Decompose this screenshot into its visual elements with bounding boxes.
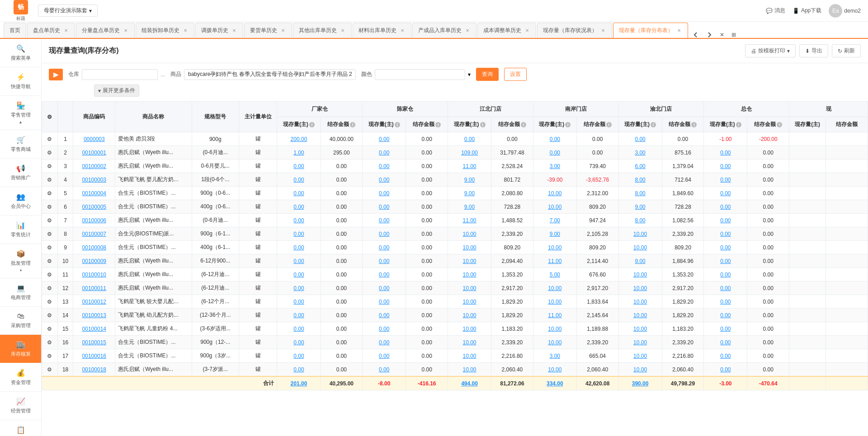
total-total-qty[interactable]: -3.00 [704, 376, 747, 390]
row-nanan-qty[interactable]: 5.00 [533, 268, 576, 281]
tab-close-icon[interactable]: ✕ [280, 28, 286, 34]
row-factory-qty[interactable]: 0.00 [277, 173, 321, 187]
row-chengjia-qty[interactable]: 0.00 [363, 173, 406, 187]
row-chengjia-qty[interactable]: 0.00 [363, 281, 406, 295]
row-nanan-qty[interactable]: 11.00 [533, 309, 576, 322]
row-yubeibei-qty[interactable]: 10.00 [618, 295, 662, 309]
row-code[interactable]: 0000003 [73, 132, 115, 146]
row-jiangbei-qty[interactable]: 0.00 [448, 132, 491, 146]
row-factory-qty[interactable]: 0.00 [277, 336, 321, 349]
row-chengjia-qty[interactable]: 0.00 [363, 309, 406, 322]
row-chengjia-qty[interactable]: 0.00 [363, 227, 406, 241]
expand-conditions-btn[interactable]: ▾ 展开更多条件 [94, 84, 139, 97]
row-yubeibei-qty[interactable]: 10.00 [618, 363, 662, 377]
info-icon[interactable]: i [521, 122, 526, 127]
row-code[interactable]: 00100015 [73, 336, 115, 349]
user-profile[interactable]: Ea demo2 [829, 4, 861, 18]
sidebar-item-operations[interactable]: 📈 经营管理 [0, 392, 41, 420]
row-jiangbei-qty[interactable]: 10.00 [448, 254, 491, 268]
row-jiangbei-qty[interactable]: 10.00 [448, 309, 491, 322]
row-gear[interactable]: ⚙ [42, 227, 58, 241]
row-chengjia-qty[interactable]: 0.00 [363, 254, 406, 268]
row-code[interactable]: 00100013 [73, 309, 115, 322]
tab-nav-next[interactable] [703, 32, 716, 38]
row-chengjia-qty[interactable]: 0.00 [363, 295, 406, 309]
row-gear[interactable]: ⚙ [42, 268, 58, 281]
row-yubeibei-qty[interactable]: 10.00 [618, 227, 662, 241]
total-yubeibei-qty[interactable]: 390.00 [618, 376, 662, 390]
row-nanan-qty[interactable]: -39.00 [533, 173, 576, 187]
info-icon[interactable]: i [651, 122, 656, 127]
tab-close-icon[interactable]: ✕ [399, 28, 406, 34]
row-nanan-qty[interactable]: 9.00 [533, 227, 576, 241]
row-total-qty[interactable]: 0.00 [704, 295, 747, 309]
tab-sub-inventory[interactable]: 分量盘点单历史 ✕ [76, 23, 135, 38]
settings-btn[interactable]: 设置 [504, 68, 527, 81]
row-gear[interactable]: ⚙ [42, 159, 58, 173]
tab-nav-prev[interactable] [689, 32, 703, 38]
row-yubeibei-qty[interactable]: 10.00 [618, 241, 662, 254]
row-total-qty[interactable]: 0.00 [704, 336, 747, 349]
row-gear[interactable]: ⚙ [42, 281, 58, 295]
row-total-qty[interactable]: 0.00 [704, 146, 747, 159]
message-btn[interactable]: 💬 消息 [766, 7, 785, 14]
row-jiangbei-qty[interactable]: 11.00 [448, 214, 491, 227]
row-total-qty[interactable]: 0.00 [704, 241, 747, 254]
row-total-qty[interactable]: 0.00 [704, 322, 747, 336]
tab-close-icon[interactable]: ✕ [464, 28, 471, 34]
filter-toggle-btn[interactable]: ▶ [49, 69, 63, 80]
row-nanan-qty[interactable]: 10.00 [533, 241, 576, 254]
row-chengjia-qty[interactable]: 0.00 [363, 322, 406, 336]
row-nanan-qty[interactable]: 3.00 [533, 159, 576, 173]
row-jiangbei-qty[interactable]: 10.00 [448, 268, 491, 281]
row-total-qty[interactable]: -1.00 [704, 132, 747, 146]
row-total-qty[interactable]: 0.00 [704, 200, 747, 214]
sidebar-item-purchase[interactable]: 🛍 采购管理 [0, 307, 41, 335]
total-jiangbei-qty[interactable]: 494.00 [448, 376, 491, 390]
query-btn[interactable]: 查询 [476, 68, 499, 81]
refresh-btn[interactable]: ↻ 刷新 [832, 44, 861, 57]
row-jiangbei-qty[interactable]: 9.00 [448, 187, 491, 200]
row-yubeibei-qty[interactable]: 9.00 [618, 254, 662, 268]
sidebar-item-member[interactable]: 👥 会员中心 [0, 187, 41, 216]
sidebar-item-basics[interactable]: 📋 基础信息 [0, 420, 41, 436]
row-jiangbei-qty[interactable]: 109.00 [448, 146, 491, 159]
tab-demand[interactable]: 要货单历史 ✕ [244, 23, 292, 38]
tab-close-icon[interactable]: ✕ [676, 28, 682, 34]
row-yubeibei-qty[interactable]: 10.00 [618, 349, 662, 363]
row-total-qty[interactable]: 0.00 [704, 214, 747, 227]
row-jiangbei-qty[interactable]: 10.00 [448, 363, 491, 377]
info-icon[interactable]: i [435, 122, 441, 127]
row-code[interactable]: 00100014 [73, 322, 115, 336]
row-nanan-qty[interactable]: 10.00 [533, 336, 576, 349]
row-total-qty[interactable]: 0.00 [704, 363, 747, 377]
row-factory-qty[interactable]: 0.00 [277, 349, 321, 363]
info-icon[interactable]: i [691, 122, 697, 127]
row-factory-qty[interactable]: 0.00 [277, 200, 321, 214]
row-yubeibei-qty[interactable]: 9.00 [618, 200, 662, 214]
row-gear[interactable]: ⚙ [42, 187, 58, 200]
row-yubeibei-qty[interactable]: 8.00 [618, 187, 662, 200]
row-code[interactable]: 00100009 [73, 254, 115, 268]
tab-inventory-check[interactable]: 盘点单历史 ✕ [27, 23, 75, 38]
row-chengjia-qty[interactable]: 0.00 [363, 200, 406, 214]
warehouse-input[interactable] [82, 69, 158, 80]
row-chengjia-qty[interactable]: 0.00 [363, 187, 406, 200]
row-code[interactable]: 00100004 [73, 187, 115, 200]
row-factory-qty[interactable]: 0.00 [277, 322, 321, 336]
row-jiangbei-qty[interactable]: 10.00 [448, 281, 491, 295]
tab-assemble[interactable]: 组装拆卸单历史 ✕ [136, 23, 194, 38]
total-factory-qty[interactable]: 201.00 [277, 376, 321, 390]
row-yubeibei-qty[interactable]: 8.00 [618, 214, 662, 227]
app-download-btn[interactable]: 📱 App下载 [793, 7, 821, 14]
row-jiangbei-qty[interactable]: 10.00 [448, 322, 491, 336]
row-yubeibei-qty[interactable]: 10.00 [618, 309, 662, 322]
row-factory-qty[interactable]: 200.00 [277, 132, 321, 146]
row-gear[interactable]: ⚙ [42, 322, 58, 336]
row-total-qty[interactable]: 0.00 [704, 227, 747, 241]
row-code[interactable]: 00100010 [73, 268, 115, 281]
row-factory-qty[interactable]: 0.00 [277, 241, 321, 254]
row-gear[interactable]: ⚙ [42, 336, 58, 349]
total-nanan-qty[interactable]: 334.00 [533, 376, 576, 390]
row-code[interactable]: 00100016 [73, 349, 115, 363]
